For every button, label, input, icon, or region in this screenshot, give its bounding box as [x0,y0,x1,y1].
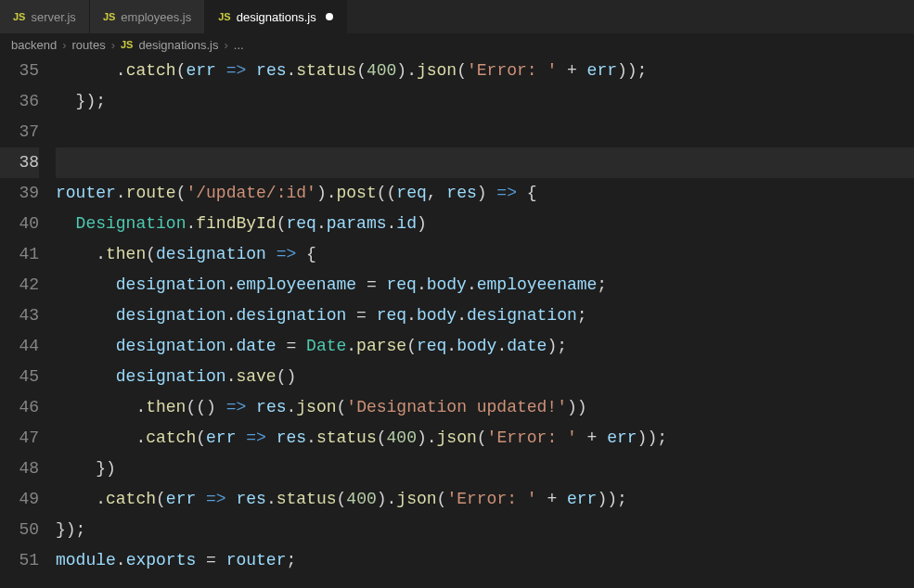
chevron-right-icon: › [111,38,115,52]
code-line[interactable]: .then(() => res.json('Designation update… [56,392,914,423]
breadcrumb-part: designations.js [138,38,218,52]
chevron-right-icon: › [62,38,66,52]
code-line[interactable]: }); [56,515,914,545]
line-number: 45 [0,362,39,392]
tab-label: employees.js [121,10,191,24]
line-number: 48 [0,454,39,484]
tab-label: designations.js [237,10,316,24]
line-number: 42 [0,270,39,300]
js-file-icon: JS [13,11,25,22]
code-editor[interactable]: 3536373839404142434445464748495051 .catc… [0,56,914,588]
code-line[interactable]: designation.employeename = req.body.empl… [56,270,914,300]
tab-label: server.js [31,10,75,24]
code-line[interactable]: }); [56,86,914,117]
line-number: 49 [0,484,39,515]
code-line[interactable]: module.exports = router; [56,545,914,576]
line-number: 51 [0,545,39,576]
code-line[interactable] [56,147,914,178]
js-file-icon: JS [121,39,133,50]
tab-employees-js[interactable]: JS employees.js [90,0,205,33]
line-number: 46 [0,392,39,423]
code-line[interactable]: .catch(err => res.status(400).json('Erro… [56,484,914,515]
editor-tabs: JS server.js JS employees.js JS designat… [0,0,914,33]
code-line[interactable]: .catch(err => res.status(400).json('Erro… [56,56,914,86]
code-line[interactable]: .catch(err => res.status(400).json('Erro… [56,423,914,454]
unsaved-indicator-icon [326,13,333,20]
code-line[interactable]: router.route('/update/:id').post((req, r… [56,178,914,209]
breadcrumb-part: routes [72,38,106,52]
code-line[interactable]: designation.date = Date.parse(req.body.d… [56,331,914,362]
line-number: 44 [0,331,39,362]
line-number: 50 [0,515,39,545]
line-number: 47 [0,423,39,454]
line-number: 40 [0,209,39,239]
line-number: 41 [0,239,39,270]
line-number: 35 [0,56,39,86]
code-line[interactable]: designation.save() [56,362,914,392]
code-line[interactable]: designation.designation = req.body.desig… [56,300,914,331]
breadcrumb-part: ... [234,38,244,52]
line-number: 36 [0,86,39,117]
chevron-right-icon: › [224,38,227,52]
line-number-gutter: 3536373839404142434445464748495051 [0,56,56,588]
code-line[interactable]: Designation.findById(req.params.id) [56,209,914,239]
line-number: 39 [0,178,39,209]
js-file-icon: JS [103,11,115,22]
code-line[interactable]: }) [56,454,914,484]
code-area[interactable]: .catch(err => res.status(400).json('Erro… [56,56,914,588]
js-file-icon: JS [218,11,230,22]
tab-designations-js[interactable]: JS designations.js [205,0,346,33]
line-number: 43 [0,300,39,331]
breadcrumb[interactable]: backend › routes › JS designations.js › … [0,33,914,56]
code-line[interactable] [56,117,914,147]
line-number: 38 [0,147,39,178]
line-number: 37 [0,117,39,147]
tab-server-js[interactable]: JS server.js [0,0,90,33]
code-line[interactable]: .then(designation => { [56,239,914,270]
breadcrumb-part: backend [11,38,57,52]
